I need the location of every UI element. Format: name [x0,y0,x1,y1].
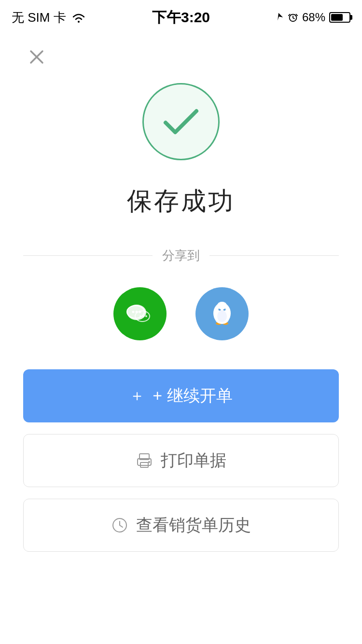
status-time: 下午3:20 [152,8,210,28]
wifi-icon [71,11,86,24]
qq-icon [206,298,238,330]
qq-share-button[interactable] [195,287,249,340]
continue-label: + 继续开单 [153,385,232,407]
success-title: 保存成功 [127,184,235,218]
svg-point-21 [217,310,227,322]
close-icon [27,47,46,67]
print-button[interactable]: 打印单据 [23,434,339,487]
status-left: 无 SIM 卡 [12,9,86,26]
clock-icon [111,517,128,534]
svg-point-22 [217,302,227,309]
plus-icon: ＋ [129,385,145,406]
wechat-icon [124,298,156,330]
status-bar: 无 SIM 卡 下午3:20 68% [0,0,362,35]
battery-indicator [329,12,350,23]
svg-point-12 [145,315,147,317]
wechat-share-button[interactable] [113,287,167,340]
actions: ＋ + 继续开单 打印单据 查看销货单历史 [0,369,362,552]
continue-button[interactable]: ＋ + 继续开单 [23,369,339,422]
share-icons [23,287,339,340]
checkmark-icon [162,107,200,136]
share-section: 分享到 [0,247,362,340]
svg-point-6 [132,311,135,313]
success-circle [142,83,220,160]
battery-percent: 68% [302,11,325,24]
history-button[interactable]: 查看销货单历史 [23,499,339,552]
share-divider: 分享到 [23,247,339,264]
history-label: 查看销货单历史 [136,514,251,536]
print-label: 打印单据 [161,449,226,472]
svg-point-11 [142,315,144,317]
svg-point-10 [139,315,141,317]
status-right: 68% [273,11,350,24]
close-button[interactable] [23,43,50,70]
main-content: 保存成功 分享到 [0,35,362,552]
printer-icon [136,452,153,469]
carrier-text: 无 SIM 卡 [12,9,66,26]
location-icon [273,12,284,23]
svg-point-26 [148,461,150,463]
share-label: 分享到 [162,247,200,264]
alarm-icon [288,12,298,23]
